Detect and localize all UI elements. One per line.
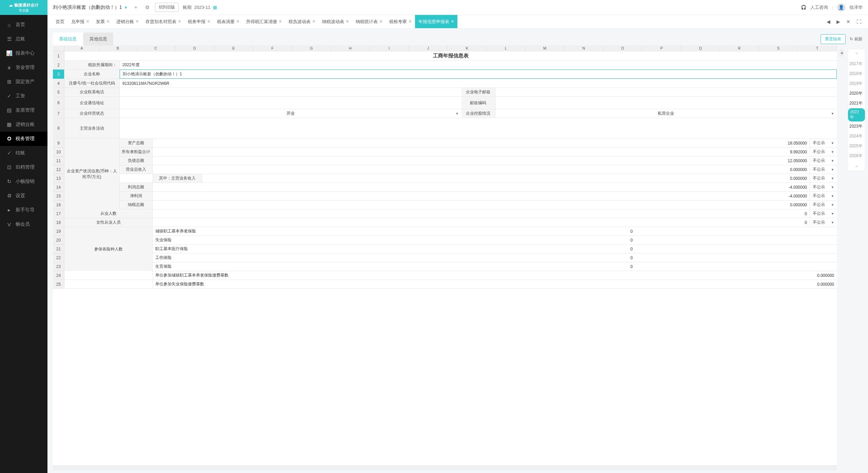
asset-value[interactable]: -4.000000	[153, 183, 810, 191]
year-item-2019年[interactable]: 2019年	[848, 79, 865, 89]
old-version-button[interactable]: 切到旧版	[155, 3, 179, 12]
row-number[interactable]: 20	[53, 236, 64, 245]
sidebar-item-12[interactable]: ⚙设置	[0, 189, 47, 203]
close-icon[interactable]: ✕	[136, 19, 139, 24]
col-header-S[interactable]: S	[759, 45, 798, 51]
tabs-next-icon[interactable]: ▶	[834, 18, 842, 26]
row-number[interactable]: 7	[53, 109, 64, 118]
row-number[interactable]: 17	[53, 209, 64, 218]
col-header-F[interactable]: F	[253, 45, 292, 51]
year-up-icon[interactable]: ⌃	[854, 51, 859, 58]
row-number[interactable]: 8	[53, 118, 64, 138]
publish-select[interactable]: 不公示▼	[810, 192, 837, 200]
col-header-D[interactable]: D	[175, 45, 214, 51]
row-number[interactable]: 18	[53, 218, 64, 227]
publish-select[interactable]: 不公示▼	[810, 165, 837, 174]
publish-select[interactable]: 不公示▼	[810, 218, 837, 227]
ins-value[interactable]: 0	[426, 236, 837, 244]
col-header-N[interactable]: N	[565, 45, 604, 51]
row-number[interactable]: 16	[53, 201, 64, 209]
close-icon[interactable]: ✕	[451, 19, 454, 24]
year-item-2025年[interactable]: 2025年	[848, 141, 865, 151]
ins-value[interactable]: 0	[426, 227, 837, 235]
row-number[interactable]: 2	[53, 61, 64, 69]
year-down-icon[interactable]: ⌄	[854, 162, 859, 169]
base-value[interactable]: 0.000000	[241, 280, 837, 288]
row-number[interactable]: 21	[53, 245, 64, 253]
row-number[interactable]: 5	[53, 88, 64, 96]
row-number[interactable]: 25	[53, 280, 64, 288]
publish-select[interactable]: 不公示▼	[810, 156, 837, 165]
publish-select[interactable]: 不公示▼	[810, 209, 837, 218]
publish-select[interactable]: 不公示▼	[810, 148, 837, 156]
zip-input[interactable]	[495, 97, 837, 109]
close-icon[interactable]: ✕	[236, 19, 239, 24]
col-header-A[interactable]: A	[64, 45, 99, 51]
sidebar-item-6[interactable]: ▤发票管理	[0, 103, 47, 117]
reset-report-button[interactable]: 重置报表	[821, 34, 846, 44]
tel-input[interactable]	[120, 88, 461, 96]
row-number[interactable]: 24	[53, 271, 64, 280]
tab-2[interactable]: 发票✕	[93, 15, 113, 29]
asset-value[interactable]: 0.000000	[153, 201, 810, 209]
col-header-P[interactable]: P	[642, 45, 681, 51]
year-item-2022年[interactable]: 2022年	[848, 108, 865, 121]
year-item-2021年[interactable]: 2021年	[848, 98, 865, 108]
asset-value[interactable]: -4.000000	[153, 192, 810, 200]
tab-0[interactable]: 首页	[52, 15, 68, 29]
year-item-2024年[interactable]: 2024年	[848, 131, 865, 141]
tab-10[interactable]: 纳税统计表✕	[352, 15, 386, 29]
tab-11[interactable]: 税检专家✕	[386, 15, 415, 29]
col-header-L[interactable]: L	[487, 45, 526, 51]
row-number[interactable]: 19	[53, 227, 64, 236]
tab-4[interactable]: 存货别名对照表✕	[142, 15, 184, 29]
gear-icon[interactable]: ⚙	[144, 3, 151, 12]
refresh-button[interactable]: ↻ 刷新	[850, 36, 863, 42]
tab-5[interactable]: 税务申报✕	[184, 15, 214, 29]
asset-value[interactable]: 9.992000	[153, 148, 810, 156]
row-number[interactable]: 4	[53, 79, 64, 88]
col-header-T[interactable]: T	[798, 45, 837, 51]
col-header-B[interactable]: B	[99, 45, 136, 51]
collapse-icon[interactable]: ◀	[840, 49, 844, 57]
sidebar-item-1[interactable]: ☰总账	[0, 32, 47, 46]
tab-1[interactable]: 兑申报✕	[68, 15, 93, 29]
tab-3[interactable]: 进销台账✕	[113, 15, 142, 29]
period-value[interactable]: 2022年度	[120, 61, 837, 69]
close-icon[interactable]: ✕	[279, 19, 282, 24]
tab-8[interactable]: 税负波动表✕	[285, 15, 319, 29]
tab-7[interactable]: 所得税汇算清缴✕	[243, 15, 285, 29]
col-header-M[interactable]: M	[526, 45, 565, 51]
asset-value[interactable]: 12.050000	[153, 156, 810, 165]
year-item-2017年[interactable]: 2017年	[848, 59, 865, 69]
period-selector[interactable]: 账期 2023-11 ▦	[183, 4, 217, 11]
close-icon[interactable]: ✕	[178, 19, 181, 24]
sidebar-item-8[interactable]: ✪税务管理	[0, 132, 47, 146]
col-header-C[interactable]: C	[136, 45, 175, 51]
publish-select[interactable]: 不公示▼	[810, 201, 837, 209]
base-value[interactable]: 0.000000	[241, 271, 837, 280]
row-number[interactable]: 22	[53, 253, 64, 262]
tabs-prev-icon[interactable]: ◀	[825, 18, 832, 26]
consult-link[interactable]: 人工咨询	[810, 4, 828, 11]
tabs-expand-icon[interactable]: ⛶	[854, 18, 863, 26]
col-header-R[interactable]: R	[720, 45, 759, 51]
sidebar-item-7[interactable]: ▦进销台账	[0, 117, 47, 132]
sidebar-item-3[interactable]: ¥资金管理	[0, 60, 47, 75]
row-number[interactable]: 9	[53, 139, 64, 148]
account-selector[interactable]: 刘小艳演示账套（勿删勿动！）1 ▼	[53, 4, 128, 11]
tab-9[interactable]: 纳税波动表✕	[319, 15, 352, 29]
year-item-2020年[interactable]: 2020年	[848, 89, 865, 98]
row-number[interactable]: 6	[53, 97, 64, 109]
holding-select[interactable]: 私营企业▼	[495, 109, 837, 118]
year-item-2023年[interactable]: 2023年	[848, 121, 865, 131]
row-number[interactable]: 15	[53, 192, 64, 201]
col-header-O[interactable]: O	[603, 45, 642, 51]
sub-tab-0[interactable]: 基础信息	[53, 33, 83, 45]
close-icon[interactable]: ✕	[86, 19, 89, 24]
col-header-K[interactable]: K	[448, 45, 487, 51]
close-icon[interactable]: ✕	[106, 19, 110, 24]
row-number[interactable]: 10	[53, 148, 64, 156]
row-number[interactable]: 13	[53, 174, 64, 183]
female-value[interactable]: 0	[153, 218, 810, 227]
